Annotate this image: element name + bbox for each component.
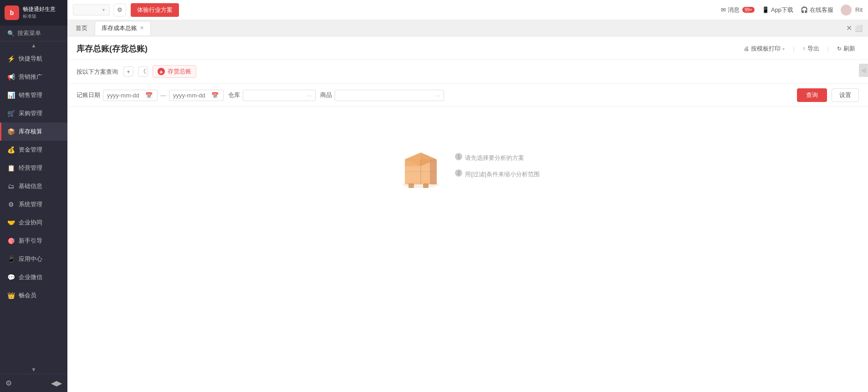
online-service-btn[interactable]: 🎧 在线客服 xyxy=(801,6,833,14)
tab-inventory-cost-ledger[interactable]: 库存成本总账 ✕ xyxy=(95,21,151,36)
sidebar-item-sales[interactable]: 📊 销售管理 xyxy=(0,86,67,104)
date-separator: — xyxy=(160,92,166,99)
user-avatar xyxy=(841,5,852,15)
quick-nav-nav-icon: ⚡ xyxy=(7,55,15,63)
print-template-btn[interactable]: 🖨 按模板打印 ▾ xyxy=(740,43,788,55)
sidebar-item-membership[interactable]: 👑 畅会员 xyxy=(0,286,67,305)
tab-home[interactable]: 首页 xyxy=(69,21,94,36)
page-header: 库存总账(存货总账) 🖨 按模板打印 ▾ | ↑ 导出 | ↻ 刷新 xyxy=(67,36,868,60)
app-center-nav-label: 应用中心 xyxy=(19,255,42,263)
window-resize-btn[interactable]: ⬜ xyxy=(855,25,863,32)
app-download-label: App下载 xyxy=(771,6,793,14)
filter-add-btn[interactable]: + xyxy=(123,66,133,76)
calendar-start-icon[interactable]: 📅 xyxy=(145,92,153,99)
date-start-field[interactable] xyxy=(107,92,143,99)
date-end-input[interactable]: 📅 xyxy=(169,90,224,101)
main-area: ▾ ⚙ 体验行业方案 ✉ 消息 99+ 📱 App下载 🎧 在线客服 xyxy=(67,0,868,392)
svg-rect-7 xyxy=(408,183,414,188)
sidebar-item-quick-nav[interactable]: ⚡ 快捷导航 xyxy=(0,50,67,68)
warehouse-more-icon[interactable]: ··· xyxy=(306,92,311,99)
collapse-sidebar-icon[interactable]: ◀▶ xyxy=(51,379,62,387)
app-center-nav-icon: 📱 xyxy=(7,255,15,263)
product-select[interactable]: ··· xyxy=(335,90,444,101)
beginner-nav-icon: 🎯 xyxy=(7,237,15,245)
date-start-input[interactable]: 📅 xyxy=(103,90,158,101)
basic-info-nav-label: 基础信息 xyxy=(19,182,42,190)
topbar-breadcrumb[interactable]: ▾ xyxy=(73,4,110,15)
inventory-nav-icon: 📦 xyxy=(7,127,15,136)
hint-2-num: 2 xyxy=(455,169,462,177)
refresh-btn[interactable]: ↻ 刷新 xyxy=(833,43,859,55)
search-label: 搜索菜单 xyxy=(17,29,41,37)
tab-home-label: 首页 xyxy=(76,24,87,32)
sidebar-item-inventory[interactable]: 📦 库存核算 xyxy=(0,122,67,141)
purchase-nav-label: 采购管理 xyxy=(19,109,42,117)
finance-nav-label: 资金管理 xyxy=(19,146,42,154)
sidebar-footer: ⚙ ◀▶ xyxy=(0,374,67,392)
filter-collapse-btn[interactable]: 《 xyxy=(138,66,148,76)
page-title: 库存总账(存货总账) xyxy=(77,43,148,54)
warehouse-select[interactable]: ··· xyxy=(243,90,316,101)
page-actions: 🖨 按模板打印 ▾ | ↑ 导出 | ↻ 刷新 xyxy=(740,43,859,55)
date-end-field[interactable] xyxy=(173,92,209,99)
sidebar-item-basic-info[interactable]: 🗂 基础信息 xyxy=(0,177,67,195)
sidebar-item-purchase[interactable]: 🛒 采购管理 xyxy=(0,104,67,122)
sidebar-item-enterprise[interactable]: 🤝 企业协同 xyxy=(0,214,67,232)
export-icon: ↑ xyxy=(803,46,806,52)
messages-btn[interactable]: ✉ 消息 99+ xyxy=(721,6,755,14)
sales-nav-label: 销售管理 xyxy=(19,91,42,99)
empty-state-content: 1 请先选择要分析的方案 2 用[过滤]条件来缩小分析范围 xyxy=(396,143,539,189)
tab-close-icon[interactable]: ✕ xyxy=(140,25,144,31)
breadcrumb-text xyxy=(78,6,100,14)
print-chevron-icon[interactable]: ▾ xyxy=(782,46,785,51)
empty-state-text: 1 请先选择要分析的方案 2 用[过滤]条件来缩小分析范围 xyxy=(455,152,539,180)
enterprise-nav-label: 企业协同 xyxy=(19,219,42,227)
print-template-label: 按模板打印 xyxy=(751,45,781,53)
messages-label: 消息 xyxy=(728,6,740,14)
print-icon: 🖨 xyxy=(744,46,749,52)
scheme-item-inventory-ledger[interactable]: ◈ 存货总账 xyxy=(153,65,196,78)
refresh-label: 刷新 xyxy=(843,45,855,53)
sidebar-item-app-center[interactable]: 📱 应用中心 xyxy=(0,250,67,268)
empty-state-icon xyxy=(396,143,441,189)
export-btn[interactable]: ↑ 导出 xyxy=(799,43,823,55)
query-btn[interactable]: 查询 xyxy=(797,88,827,102)
marketing-nav-icon: 📢 xyxy=(7,73,15,81)
messages-badge: 99+ xyxy=(742,7,755,13)
product-more-icon[interactable]: ··· xyxy=(435,92,440,99)
app-download-btn[interactable]: 📱 App下载 xyxy=(762,6,793,14)
scheme-icon: ◈ xyxy=(158,68,165,75)
calendar-end-icon[interactable]: 📅 xyxy=(211,92,219,99)
filter-controls: + 《 ◈ 存货总账 xyxy=(123,65,859,78)
query-bar: 记账日期 📅 — 📅 仓库 ··· 商品 xyxy=(67,84,868,107)
sidebar-search[interactable]: 🔍 搜索菜单 xyxy=(0,25,67,41)
sidebar-scroll-up[interactable]: ▲ xyxy=(0,41,67,50)
refresh-icon: ↻ xyxy=(837,46,842,52)
settings-footer-icon[interactable]: ⚙ xyxy=(5,379,12,387)
phone-icon: 📱 xyxy=(762,6,769,13)
date-label: 记账日期 xyxy=(77,91,100,99)
right-panel-toggle-btn[interactable]: ◁ xyxy=(859,64,868,77)
purchase-nav-icon: 🛒 xyxy=(7,109,15,117)
window-close-btn[interactable]: ✕ xyxy=(846,24,852,32)
industry-solution-btn[interactable]: 体验行业方案 xyxy=(131,3,179,17)
app-logo-icon: b xyxy=(5,5,19,20)
system-nav-label: 系统管理 xyxy=(19,200,42,209)
sidebar-item-beginner[interactable]: 🎯 新手引导 xyxy=(0,232,67,250)
sidebar-item-finance[interactable]: 💰 资金管理 xyxy=(0,141,67,159)
user-name-display[interactable]: Rit xyxy=(841,5,863,15)
warehouse-label: 仓库 xyxy=(228,91,240,99)
tab-inventory-cost-ledger-label: 库存成本总账 xyxy=(102,24,137,32)
app-name-block: 畅捷通好生意 标准版 xyxy=(23,6,56,20)
user-name: Rit xyxy=(855,6,863,13)
sidebar-item-marketing[interactable]: 📢 营销推广 xyxy=(0,68,67,86)
svg-rect-8 xyxy=(423,183,429,188)
sidebar-item-wechat[interactable]: 💬 企业微信 xyxy=(0,268,67,286)
sidebar-scroll-down[interactable]: ▼ xyxy=(0,366,67,374)
topbar-settings-btn[interactable]: ⚙ xyxy=(113,4,126,16)
sales-nav-icon: 📊 xyxy=(7,91,15,99)
filter-section: 按以下方案查询 + 《 ◈ 存货总账 xyxy=(67,60,868,84)
sidebar-item-operations[interactable]: 📋 经营管理 xyxy=(0,159,67,177)
sidebar-item-system[interactable]: ⚙ 系统管理 xyxy=(0,195,67,214)
settings-btn[interactable]: 设置 xyxy=(832,88,859,102)
